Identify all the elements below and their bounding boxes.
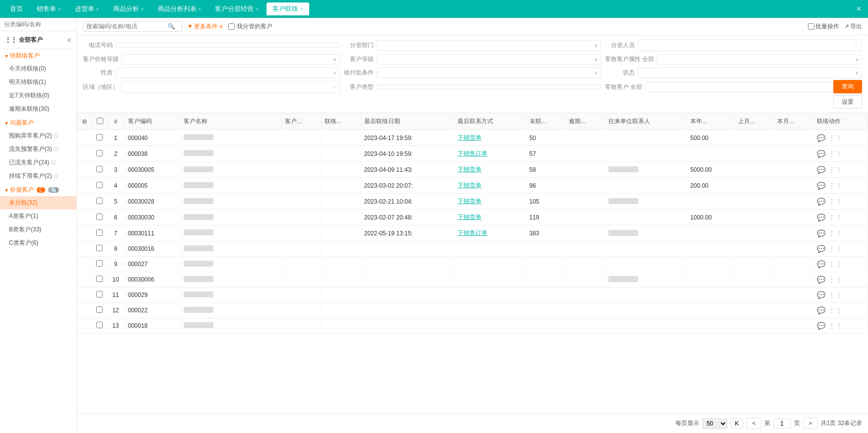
row-checkbox[interactable] — [96, 134, 103, 141]
nav-tab-purchase[interactable]: 进货单 × — [69, 2, 105, 15]
more-action-icon[interactable]: ⋮⋮ — [828, 182, 842, 190]
nav-tab-customer-contact[interactable]: 客户联络 × — [267, 2, 309, 15]
nav-tab-sales[interactable]: 销售单 × — [31, 2, 67, 15]
more-action-icon[interactable]: ⋮⋮ — [828, 291, 842, 299]
close-sales-tab[interactable]: × — [58, 6, 61, 12]
row-checkbox[interactable] — [96, 322, 103, 328]
nav-tab-home[interactable]: 首页 — [4, 2, 29, 15]
page-number-input[interactable] — [773, 419, 791, 429]
row-checkbox[interactable] — [96, 198, 103, 204]
filter-region-input[interactable]: ··· — [122, 81, 340, 93]
filter-nature-dropdown[interactable]: ∨ — [116, 68, 340, 78]
sidebar-item-churned[interactable]: 已流失客户(24) ⓘ — [0, 156, 76, 169]
row-checkbox[interactable] — [96, 182, 103, 188]
collapse-icon[interactable]: « — [67, 35, 71, 44]
sidebar-item-class-a[interactable]: A类客户(1) — [0, 210, 76, 223]
more-action-icon[interactable]: ⋮⋮ — [828, 276, 842, 284]
my-customers-checkbox[interactable]: 我分管的客户 — [228, 22, 272, 31]
close-analysis-list-tab[interactable]: × — [199, 6, 201, 12]
sidebar-item-abnormal[interactable]: 囤购异常客户(2) ⓘ — [0, 129, 76, 143]
contact-icon[interactable]: 💬 — [817, 166, 825, 174]
nav-tab-product-analysis-list[interactable]: 商品分析列表 × — [152, 2, 207, 15]
th-settings[interactable]: ⚙ — [77, 113, 93, 130]
next-page-button[interactable]: ＞ — [803, 418, 818, 429]
row-checkbox[interactable] — [96, 150, 103, 156]
close-purchase-tab[interactable]: × — [96, 6, 99, 12]
row-checkbox[interactable] — [96, 291, 103, 297]
more-action-icon[interactable]: ⋮⋮ — [828, 306, 842, 314]
filter-level-dropdown[interactable]: ∨ — [377, 54, 601, 65]
contact-icon[interactable]: 💬 — [817, 214, 825, 221]
sidebar-item-tomorrow-pending[interactable]: 明天待联络(1) — [0, 75, 76, 89]
sidebar-section-pending[interactable]: ▾ 待联络客户 — [0, 49, 76, 62]
filter-retail2-dropdown[interactable]: ∨ — [645, 82, 862, 92]
filter-person-input[interactable]: ··· — [638, 39, 862, 51]
contact-type-link[interactable]: 下销货单 — [458, 134, 481, 141]
sidebar-section-value[interactable]: ▾ 价值客户 C 🔄 — [0, 183, 76, 196]
close-all-button[interactable]: × — [854, 4, 864, 13]
row-checkbox[interactable] — [96, 214, 103, 220]
close-analysis-tab[interactable]: × — [141, 6, 144, 12]
sidebar-item-today-pending[interactable]: 今天待联络(0) — [0, 62, 76, 75]
sidebar-search-input[interactable] — [4, 21, 77, 28]
sidebar-item-class-b[interactable]: B类客户(33) — [0, 223, 76, 236]
contact-icon[interactable]: 💬 — [817, 245, 825, 253]
contact-icon[interactable]: 💬 — [817, 150, 825, 158]
more-action-icon[interactable]: ⋮⋮ — [828, 166, 842, 174]
row-checkbox[interactable] — [96, 276, 103, 282]
main-search-icon[interactable]: 🔍 — [168, 23, 175, 30]
filter-phone-input[interactable] — [116, 43, 340, 48]
batch-operation-button[interactable]: 批量操作 — [808, 22, 839, 31]
more-action-icon[interactable]: ⋮⋮ — [828, 198, 842, 206]
more-action-icon[interactable]: ⋮⋮ — [828, 229, 842, 237]
contact-icon[interactable]: 💬 — [817, 291, 825, 299]
query-button[interactable]: 查询 — [833, 80, 862, 93]
filter-type-input[interactable] — [377, 84, 601, 89]
row-checkbox[interactable] — [96, 229, 103, 236]
contact-type-link[interactable]: 下销货单 — [458, 214, 481, 220]
first-page-button[interactable]: K — [731, 419, 743, 429]
filter-payment-dropdown[interactable]: ∨ — [377, 68, 601, 78]
contact-type-link[interactable]: 下销售订单 — [458, 229, 487, 236]
row-checkbox[interactable] — [96, 306, 103, 313]
per-page-select[interactable]: 50 20 100 — [702, 418, 728, 429]
contact-type-link[interactable]: 下销售订单 — [458, 150, 487, 157]
contact-icon[interactable]: 💬 — [817, 229, 825, 237]
filter-retail-dropdown[interactable]: ∨ — [657, 54, 862, 65]
reset-button[interactable]: 设置 — [833, 95, 862, 109]
row-checkbox[interactable] — [96, 260, 103, 267]
more-filters-button[interactable]: ▼ 更多条件 ∨ — [187, 22, 223, 31]
sidebar-item-churn-warning[interactable]: 流失预警客户(3) ⓘ — [0, 143, 76, 156]
my-customers-check[interactable] — [228, 23, 235, 30]
contact-icon[interactable]: 💬 — [817, 260, 825, 268]
contact-icon[interactable]: 💬 — [817, 198, 825, 206]
filter-status-dropdown[interactable]: ∨ — [638, 68, 862, 78]
sidebar-item-overdue-pending[interactable]: 逾期未联络(30) — [0, 102, 76, 116]
nav-tab-customer-segmentation[interactable]: 客户分层经营 × — [209, 2, 265, 15]
sidebar-item-class-c[interactable]: C类客户(6) — [0, 236, 76, 250]
contact-icon[interactable]: 💬 — [817, 134, 825, 142]
contact-icon[interactable]: 💬 — [817, 182, 825, 190]
more-action-icon[interactable]: ⋮⋮ — [828, 322, 842, 330]
contact-icon[interactable]: 💬 — [817, 322, 825, 330]
close-contact-tab[interactable]: × — [300, 6, 303, 12]
more-action-icon[interactable]: ⋮⋮ — [828, 245, 842, 253]
more-action-icon[interactable]: ⋮⋮ — [828, 150, 842, 158]
filter-price-dropdown[interactable]: ∨ — [122, 54, 340, 65]
select-all-checkbox[interactable] — [97, 118, 103, 124]
sidebar-all-customers[interactable]: ⋮⋮ 全部客户 « — [0, 31, 76, 49]
batch-check[interactable] — [808, 23, 814, 30]
more-action-icon[interactable]: ⋮⋮ — [828, 134, 842, 142]
contact-type-link[interactable]: 下销货单 — [458, 166, 481, 173]
sidebar-item-unclassified[interactable]: 未分组(32) — [0, 196, 76, 210]
more-action-icon[interactable]: ⋮⋮ — [828, 260, 842, 268]
export-button[interactable]: ↗ 导出 — [844, 22, 862, 31]
contact-type-link[interactable]: 下销货单 — [458, 182, 481, 189]
row-checkbox[interactable] — [96, 245, 103, 251]
prev-page-button[interactable]: ＜ — [746, 418, 761, 429]
contact-type-link[interactable]: 下销货单 — [458, 198, 481, 205]
contact-icon[interactable]: 💬 — [817, 276, 825, 284]
sidebar-item-week-pending[interactable]: 近7天待联络(0) — [0, 89, 76, 102]
settings-gear-icon[interactable]: ⚙ — [82, 118, 87, 125]
more-action-icon[interactable]: ⋮⋮ — [828, 214, 842, 221]
